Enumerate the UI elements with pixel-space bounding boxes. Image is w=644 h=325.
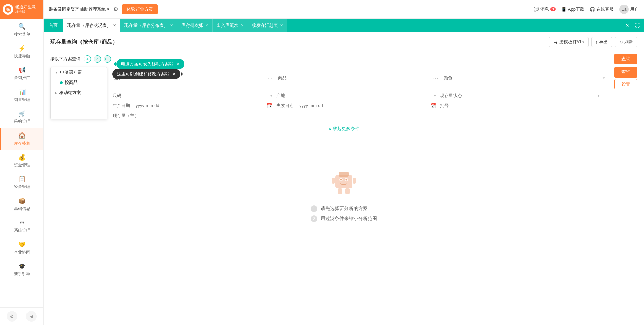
sidebar-item-sales[interactable]: 📊 销售管理 [0, 84, 43, 106]
sidebar-item-basic[interactable]: 📦 基础信息 [0, 193, 43, 215]
production-date-start[interactable] [134, 102, 265, 109]
tab-batch-account[interactable]: 库存批次账 ✕ [177, 19, 212, 32]
industry-btn[interactable]: 体验行业方案 [122, 4, 158, 14]
close-all-tabs-btn[interactable]: ✕ [623, 21, 631, 30]
quantity-min[interactable] [140, 112, 180, 119]
quantity-max[interactable] [192, 112, 232, 119]
tab-collect-summary-close[interactable]: ✕ [280, 23, 283, 28]
app-download-btn[interactable]: 📱 App下载 [561, 6, 584, 12]
export-btn[interactable]: ↑ 导出 [591, 37, 612, 47]
sidebar-item-enterprise[interactable]: 🤝 企业协同 [0, 237, 43, 259]
size-input[interactable] [134, 92, 269, 99]
system-title-select[interactable]: 装备及固定资产辅助管理系统 ▾ [49, 6, 109, 12]
collapse-bar[interactable]: ∧ 收起更多条件 [50, 122, 637, 135]
sidebar-item-inventory[interactable]: 🏠 库存核算 [0, 128, 43, 150]
sidebar-item-guide[interactable]: 🎓 新手引导 [0, 259, 43, 280]
page-actions: 🖨 按模板打印 ▾ ↑ 导出 ↻ 刷新 [549, 37, 638, 47]
page-title: 现存量查询（按仓库+商品） [50, 39, 118, 46]
sidebar-nav: 🔍 搜索菜单 ⚡ 快捷导航 📢 营销推广 📊 销售管理 🛒 采购管理 🏠 库存核… [0, 19, 43, 307]
size-chevron-icon: ▾ [270, 94, 272, 98]
print-icon: 🖨 [553, 40, 558, 45]
online-support-btn[interactable]: 🎧 在线客服 [590, 6, 614, 12]
size-label: 尺码 [113, 93, 133, 99]
sidebar-item-quicknav[interactable]: ⚡ 快捷导航 [0, 41, 43, 62]
content-inner: 现存量查询（按仓库+商品） 🖨 按模板打印 ▾ ↑ 导出 ↻ 刷新 [44, 32, 644, 325]
settings-bottom-btn[interactable]: ⚙ [7, 311, 17, 322]
sidebar-item-operations[interactable]: 📋 经营管理 [0, 171, 43, 193]
tab-in-out-flow-close[interactable]: ✕ [240, 23, 244, 28]
print-label: 按模板打印 [559, 39, 581, 45]
sidebar-item-purchase[interactable]: 🛒 采购管理 [0, 106, 43, 128]
header-settings-icon[interactable]: ⚙ [113, 6, 118, 12]
sidebar-item-label: 营销推广 [14, 75, 30, 81]
notifications-btn[interactable]: 💬 消息 9 [534, 6, 556, 12]
sidebar-item-search[interactable]: 🔍 搜索菜单 [0, 19, 43, 41]
sidebar-item-label: 资金管理 [14, 162, 30, 168]
batch-input[interactable] [462, 102, 600, 109]
tab-collect-summary[interactable]: 收发存汇总表 ✕ [248, 19, 287, 32]
user-menu[interactable]: Ea 用户 [619, 5, 639, 14]
sidebar-item-label: 搜索菜单 [14, 32, 30, 37]
status-input[interactable] [463, 92, 596, 99]
sidebar-item-label: 系统管理 [14, 228, 30, 233]
tab-batch-account-close[interactable]: ✕ [205, 23, 208, 28]
notifications-label: 消息 [540, 6, 549, 12]
product-label: 商品 [278, 75, 298, 81]
scheme-tree-pc[interactable]: ▼ 电脑端方案 [51, 67, 107, 77]
tab-inventory-status[interactable]: 现存量（库存状况表） ✕ [63, 19, 120, 32]
scheme-tooltip-close[interactable]: ✕ [176, 62, 180, 67]
query-btn-2[interactable]: 查询 [614, 67, 637, 78]
sidebar-item-marketing[interactable]: 📢 营销推广 [0, 62, 43, 84]
expiry-date-calendar-icon[interactable]: 📅 [430, 103, 436, 108]
tab-inventory-dist[interactable]: 现存量（库存分布表） ✕ [120, 19, 177, 32]
scheme-tooltip2-bubble[interactable]: 这里可以创建和修改方案哦 ✕ [112, 69, 180, 79]
origin-input[interactable] [298, 92, 433, 99]
header-left: 装备及固定资产辅助管理系统 ▾ ⚙ 体验行业方案 [49, 4, 158, 14]
fullscreen-btn[interactable]: ⛶ [633, 21, 641, 30]
warehouse-dots[interactable]: ⋯ [266, 75, 274, 82]
tab-in-out-flow[interactable]: 出入库流水 ✕ [212, 19, 248, 32]
sidebar-item-system[interactable]: ⚙ 系统管理 [0, 215, 43, 237]
app-logo: 畅 畅通好生意 标准版 [0, 0, 43, 19]
product-input[interactable] [300, 74, 430, 82]
tab-inventory-dist-close[interactable]: ✕ [170, 23, 173, 28]
refresh-btn[interactable]: ↻ 刷新 [615, 37, 637, 47]
scheme-tree: ▼ 电脑端方案 按商品 ▶ 移动端方案 [50, 67, 107, 119]
notification-icon: 💬 [534, 7, 539, 12]
svg-rect-9 [353, 178, 356, 184]
top-header: 装备及固定资产辅助管理系统 ▾ ⚙ 体验行业方案 💬 消息 9 📱 App下载 … [44, 0, 644, 19]
scheme-tree-pc-child[interactable]: 按商品 [51, 77, 107, 88]
filter-row-1: 仓库 ⋯ 商品 ⋯ 颜色 [113, 67, 637, 89]
origin-label: 产地 [276, 93, 297, 99]
empty-illustration [327, 165, 361, 199]
scheme-tree-pc-child-label: 按商品 [65, 79, 78, 86]
enterprise-icon: 🤝 [18, 241, 26, 248]
filter-circle-btn[interactable]: ○ [94, 55, 101, 63]
expiry-date-start[interactable] [298, 102, 429, 109]
print-btn[interactable]: 🖨 按模板打印 ▾ [549, 37, 589, 47]
empty-state: 1 请先选择要分析的方案 2 用过滤条件来缩小分析范围 [44, 138, 644, 246]
filter-arrow-btn[interactable]: ⟵ [104, 55, 111, 63]
color-input[interactable] [465, 74, 602, 82]
filter-add-btn[interactable]: + [84, 55, 91, 63]
sidebar-item-label: 企业协同 [14, 250, 30, 255]
query-btn[interactable]: 查询 [614, 54, 637, 64]
filter-fields: 仓库 ⋯ 商品 ⋯ 颜色 [113, 67, 637, 119]
scheme-tree-area: ▼ 电脑端方案 按商品 ▶ 移动端方案 [50, 67, 637, 119]
sidebar-item-label: 新手引导 [14, 271, 30, 277]
scheme-tooltip2-close[interactable]: ✕ [172, 72, 176, 77]
sidebar-bottom: ⚙ ◀ [0, 307, 43, 325]
filter-field-expiry-date: 失效日期 📅 [276, 102, 436, 109]
product-dots[interactable]: ⋯ [432, 75, 440, 82]
tab-inventory-status-close[interactable]: ✕ [113, 23, 116, 28]
expiry-date-label: 失效日期 [276, 103, 297, 109]
collapse-up-icon: ∧ [328, 126, 332, 131]
production-date-calendar-icon[interactable]: 📅 [267, 103, 272, 108]
color-chevron-icon: ▾ [603, 76, 605, 80]
scheme-tree-mobile[interactable]: ▶ 移动端方案 [51, 88, 107, 98]
set-btn[interactable]: 设置 [614, 79, 637, 89]
sidebar-item-finance[interactable]: 💰 资金管理 [0, 150, 43, 171]
tab-home[interactable]: 首页 [44, 19, 63, 32]
filter-label: 按以下方案查询 [50, 56, 81, 62]
collapse-sidebar-btn[interactable]: ◀ [26, 311, 37, 322]
